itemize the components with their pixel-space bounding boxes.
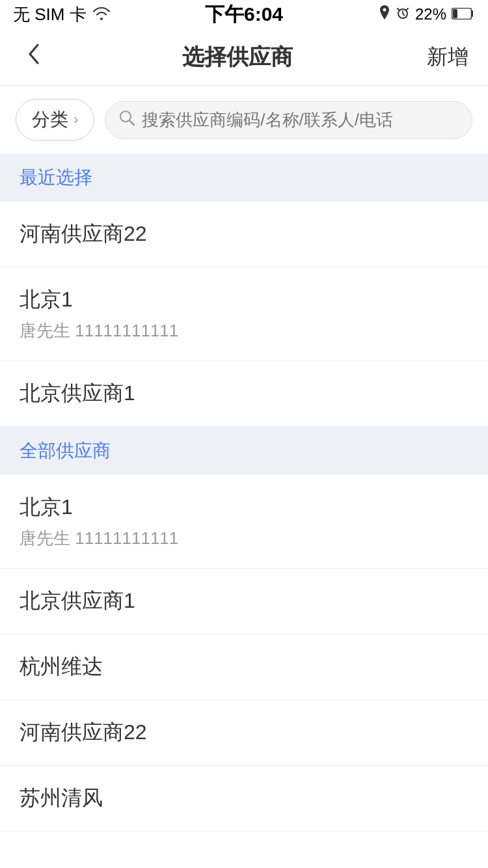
alarm-icon — [396, 5, 410, 23]
status-bar: 无 SIM 卡 下午6:04 22% — [0, 0, 488, 29]
category-label: 分类 — [32, 107, 68, 132]
search-input[interactable] — [142, 110, 459, 130]
search-box — [105, 101, 472, 139]
status-left: 无 SIM 卡 — [13, 3, 111, 26]
item-sub: 唐先生 11111111111 — [20, 319, 468, 342]
add-button[interactable]: 新增 — [427, 43, 468, 72]
list-item[interactable]: 北京供应商1 — [0, 361, 488, 427]
list-item[interactable]: 河南供应商22 — [0, 202, 488, 267]
item-name: 北京1 — [20, 286, 468, 314]
status-time: 下午6:04 — [205, 1, 283, 28]
list-item[interactable]: 北京1唐先生 11111111111 — [0, 475, 488, 569]
item-name: 北京供应商1 — [20, 379, 468, 408]
carrier-label: 无 SIM 卡 — [13, 3, 87, 26]
battery-label: 22% — [415, 5, 446, 23]
item-name: 苏州清风 — [20, 784, 468, 813]
filter-bar: 分类 › — [0, 86, 488, 154]
item-name: 河南供应商22 — [20, 718, 468, 747]
recent-list: 河南供应商22北京1唐先生 11111111111北京供应商1 — [0, 202, 488, 427]
recent-section-header: 最近选择 — [0, 154, 488, 202]
wifi-icon — [92, 5, 111, 25]
battery-icon — [452, 5, 475, 23]
category-button[interactable]: 分类 › — [16, 99, 94, 141]
item-name: 北京供应商1 — [20, 587, 468, 616]
list-item[interactable]: 河南供应商22 — [0, 700, 488, 766]
list-item[interactable]: 杭州维达 — [0, 634, 488, 700]
all-section-label: 全部供应商 — [20, 441, 111, 461]
page-title: 选择供应商 — [182, 42, 293, 72]
chevron-right-icon: › — [74, 111, 78, 128]
list-item[interactable]: 北京供应商1 — [0, 569, 488, 634]
all-list: 北京1唐先生 11111111111北京供应商1杭州维达河南供应商22苏州清风 — [0, 475, 488, 832]
list-item[interactable]: 北京1唐先生 11111111111 — [0, 267, 488, 361]
nav-bar: 选择供应商 新增 — [0, 29, 488, 86]
item-name: 北京1 — [20, 493, 468, 522]
back-button[interactable] — [20, 34, 48, 79]
all-section-header: 全部供应商 — [0, 427, 488, 475]
recent-section-label: 最近选择 — [20, 167, 92, 187]
search-icon — [118, 109, 135, 131]
location-icon — [379, 5, 390, 23]
svg-rect-2 — [453, 9, 457, 18]
item-name: 杭州维达 — [20, 653, 468, 681]
item-name: 河南供应商22 — [20, 220, 468, 249]
item-sub: 唐先生 11111111111 — [20, 527, 468, 550]
list-item[interactable]: 苏州清风 — [0, 766, 488, 832]
status-right: 22% — [379, 5, 475, 23]
